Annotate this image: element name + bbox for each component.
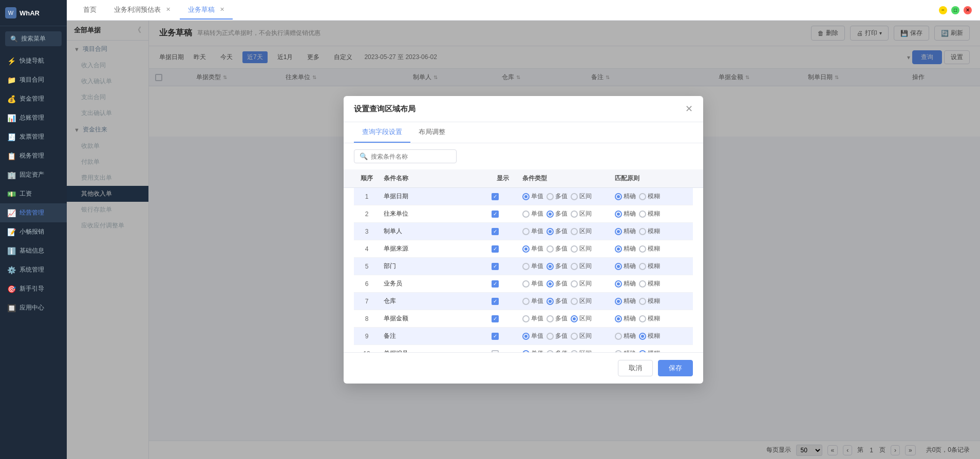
row-7-match-precise[interactable]: 精确 <box>615 297 636 305</box>
row-9-match-fuzzy[interactable]: 模糊 <box>639 332 660 340</box>
table-row: 5 部门 单值 <box>354 258 693 275</box>
row-7-type-range[interactable]: 区间 <box>571 297 592 305</box>
close-button[interactable]: ✕ <box>964 6 972 14</box>
row-6-type-range[interactable]: 区间 <box>571 279 592 288</box>
row-5-match-fuzzy[interactable]: 模糊 <box>639 262 660 271</box>
row-6-display[interactable] <box>487 276 518 292</box>
row-5-display[interactable] <box>487 259 518 274</box>
modal-tab-layout-adjust[interactable]: 布局调整 <box>410 122 454 143</box>
row-2-match-fuzzy[interactable]: 模糊 <box>639 209 660 218</box>
row-4-match-precise[interactable]: 精确 <box>615 244 636 253</box>
row-9-match-precise[interactable]: 精确 <box>615 332 636 340</box>
row-4-type-multi[interactable]: 多值 <box>546 244 568 253</box>
radio-circle <box>571 211 578 218</box>
sidebar-item-general-ledger[interactable]: 📊 总账管理 <box>0 108 67 127</box>
row-3-display[interactable] <box>487 224 518 239</box>
sidebar-item-app-center[interactable]: 🔲 应用中心 <box>0 298 67 317</box>
row-9-display[interactable] <box>487 329 518 344</box>
row-5-checkbox[interactable] <box>492 263 499 270</box>
row-7-type-single[interactable]: 单值 <box>522 297 543 305</box>
row-8-type-single[interactable]: 单值 <box>522 314 543 323</box>
row-7-type-multi[interactable]: 多值 <box>546 297 568 305</box>
row-8-match-fuzzy[interactable]: 模糊 <box>639 314 660 323</box>
row-9-checkbox[interactable] <box>492 333 499 340</box>
row-6-type: 单值 多值 区间 <box>518 275 611 292</box>
row-6-type-single[interactable]: 单值 <box>522 279 543 288</box>
row-7-match-fuzzy[interactable]: 模糊 <box>639 297 660 305</box>
modal-close-button[interactable]: ✕ <box>685 103 693 114</box>
tab-profit-estimate[interactable]: 业务利润预估表 ✕ <box>106 1 179 20</box>
row-6-match-fuzzy[interactable]: 模糊 <box>639 279 660 288</box>
row-5-type-range[interactable]: 区间 <box>571 262 592 271</box>
row-6-match-precise[interactable]: 精确 <box>615 279 636 288</box>
row-9-type-single[interactable]: 单值 <box>522 332 543 340</box>
row-4-type-single[interactable]: 单值 <box>522 244 543 253</box>
tab-business-draft[interactable]: 业务草稿 ✕ <box>180 1 233 20</box>
row-2-type-single[interactable]: 单值 <box>522 209 543 218</box>
row-8-checkbox[interactable] <box>492 315 499 322</box>
row-7-display[interactable] <box>487 294 518 309</box>
row-8-match-precise[interactable]: 精确 <box>615 314 636 323</box>
sidebar-item-fixed-assets[interactable]: 🏢 固定资产 <box>0 165 67 184</box>
row-3-type-multi[interactable]: 多值 <box>546 227 568 236</box>
row-1-checkbox[interactable] <box>492 193 499 200</box>
modal-cancel-button[interactable]: 取消 <box>618 360 653 376</box>
row-2-checkbox[interactable] <box>492 211 499 218</box>
sidebar-item-xiaochang[interactable]: 📝 小畅报销 <box>0 222 67 241</box>
row-3-checkbox[interactable] <box>492 228 499 235</box>
row-5-match-precise[interactable]: 精确 <box>615 262 636 271</box>
sidebar-item-payroll[interactable]: 💵 工资 <box>0 184 67 203</box>
row-5-type-multi[interactable]: 多值 <box>546 262 568 271</box>
modal-search-input[interactable] <box>371 153 451 160</box>
row-1-match-precise[interactable]: 精确 <box>615 192 636 201</box>
row-2-display[interactable] <box>487 206 518 222</box>
row-4-checkbox[interactable] <box>492 245 499 253</box>
row-1-type-multi[interactable]: 多值 <box>546 192 568 201</box>
row-10-display[interactable] <box>487 346 518 353</box>
tab-home[interactable]: 首页 <box>75 1 105 20</box>
sidebar-item-label: 总账管理 <box>20 113 44 122</box>
row-4-display[interactable] <box>487 241 518 257</box>
sidebar-item-new-user-guide[interactable]: 🎯 新手引导 <box>0 279 67 298</box>
sidebar-item-invoice[interactable]: 🧾 发票管理 <box>0 127 67 146</box>
row-8-type-range[interactable]: 区间 <box>571 314 592 323</box>
row-9-type-multi[interactable]: 多值 <box>546 332 568 340</box>
sidebar-item-tax[interactable]: 📋 税务管理 <box>0 146 67 165</box>
sidebar-item-project-contract[interactable]: 📁 项目合同 <box>0 70 67 89</box>
row-1-type: 单值 多值 区间 <box>518 188 611 205</box>
row-1-type-single[interactable]: 单值 <box>522 192 543 201</box>
sidebar-item-operations[interactable]: 📈 经营管理 <box>0 203 67 222</box>
sidebar-item-quick-nav[interactable]: ⚡ 快捷导航 <box>0 51 67 70</box>
row-4-match-fuzzy[interactable]: 模糊 <box>639 244 660 253</box>
sidebar-item-label: 税务管理 <box>20 151 44 160</box>
sidebar-item-system-admin[interactable]: ⚙️ 系统管理 <box>0 260 67 279</box>
row-8-type-multi[interactable]: 多值 <box>546 314 568 323</box>
row-6-checkbox[interactable] <box>492 280 499 288</box>
tab-close-draft[interactable]: ✕ <box>220 6 224 13</box>
modal-tab-field-settings[interactable]: 查询字段设置 <box>354 122 410 143</box>
modal-save-button[interactable]: 保存 <box>658 360 693 376</box>
row-3-type-range[interactable]: 区间 <box>571 227 592 236</box>
maximize-button[interactable]: □ <box>951 6 959 14</box>
row-2-type-multi[interactable]: 多值 <box>546 209 568 218</box>
row-1-display[interactable] <box>487 189 518 204</box>
row-9-type-range[interactable]: 区间 <box>571 332 592 340</box>
row-3-type-single[interactable]: 单值 <box>522 227 543 236</box>
tab-close-profit[interactable]: ✕ <box>166 6 171 13</box>
sidebar-item-basic-info[interactable]: ℹ️ 基础信息 <box>0 241 67 260</box>
row-3-match-fuzzy[interactable]: 模糊 <box>639 227 660 236</box>
search-menu-button[interactable]: 🔍 搜索菜单 <box>5 31 62 46</box>
row-7-checkbox[interactable] <box>492 298 499 305</box>
row-5-type-single[interactable]: 单值 <box>522 262 543 271</box>
minimize-button[interactable]: − <box>939 6 947 14</box>
row-6-type-multi[interactable]: 多值 <box>546 279 568 288</box>
row-1-type-range[interactable]: 区间 <box>571 192 592 201</box>
search-menu-label: 搜索菜单 <box>21 34 46 43</box>
row-2-match-precise[interactable]: 精确 <box>615 209 636 218</box>
row-3-match-precise[interactable]: 精确 <box>615 227 636 236</box>
row-4-type-range[interactable]: 区间 <box>571 244 592 253</box>
row-1-match-fuzzy[interactable]: 模糊 <box>639 192 660 201</box>
row-2-type-range[interactable]: 区间 <box>571 209 592 218</box>
row-8-display[interactable] <box>487 311 518 327</box>
sidebar-item-fund-management[interactable]: 💰 资金管理 <box>0 89 67 108</box>
